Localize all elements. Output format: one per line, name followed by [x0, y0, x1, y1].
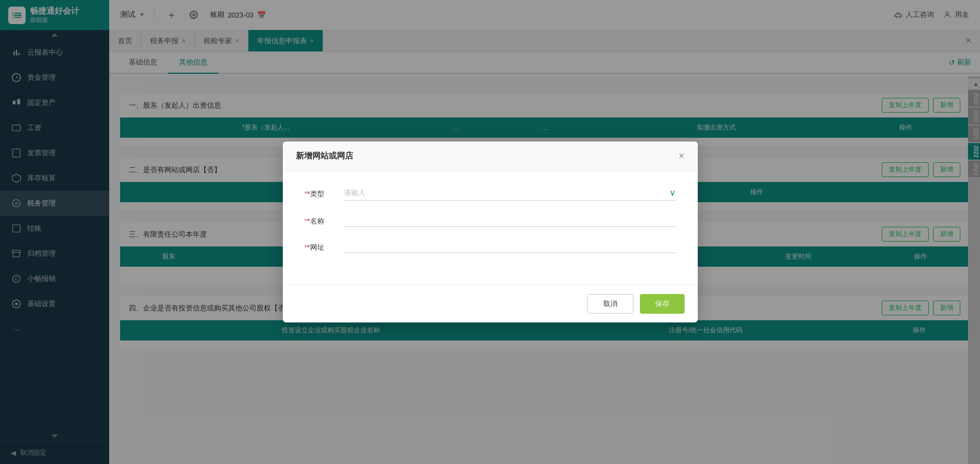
url-label: **网址	[305, 243, 337, 252]
type-input-wrapper: ∨	[344, 187, 676, 201]
modal-header: 新增网站或网店 ×	[283, 142, 698, 171]
form-row-url: **网址	[305, 242, 676, 253]
add-website-modal: 新增网站或网店 × **类型 ∨ **名称	[283, 142, 698, 322]
modal-close-button[interactable]: ×	[679, 150, 685, 162]
name-label: **名称	[305, 216, 337, 226]
type-label: **类型	[305, 189, 337, 199]
modal-title: 新增网站或网店	[296, 151, 353, 161]
form-row-name: **名称	[305, 216, 676, 227]
modal-footer: 取消 保存	[283, 285, 698, 322]
name-input-wrapper	[344, 216, 676, 227]
cancel-button[interactable]: 取消	[587, 294, 633, 314]
url-input[interactable]	[344, 242, 676, 250]
modal-overlay: 新增网站或网店 × **类型 ∨ **名称	[0, 0, 980, 464]
name-input[interactable]	[344, 216, 676, 224]
type-input[interactable]	[344, 189, 669, 197]
url-input-wrapper	[344, 242, 676, 253]
form-row-type: **类型 ∨	[305, 187, 676, 201]
modal-body: **类型 ∨ **名称 **网址	[283, 171, 698, 285]
save-button[interactable]: 保存	[640, 294, 685, 314]
chevron-down-icon[interactable]: ∨	[669, 187, 676, 198]
